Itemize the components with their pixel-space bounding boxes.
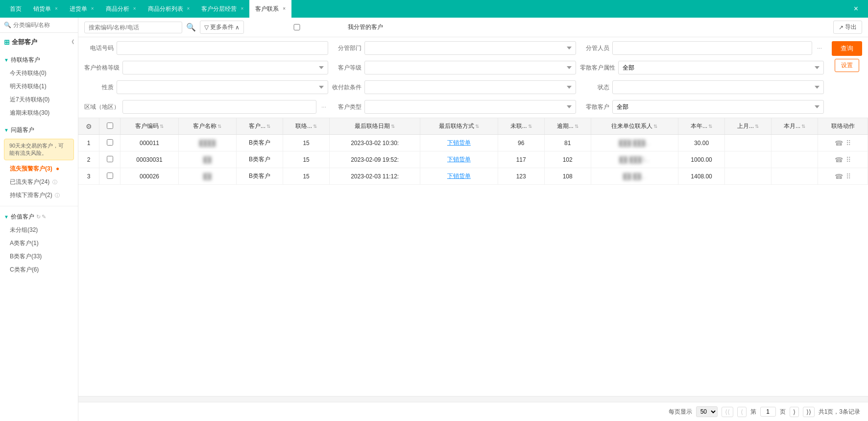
row2-more-icon[interactable]: ⠿ [846,156,851,164]
column-overdue[interactable]: 逾期...⇅ [544,118,591,135]
prev-page-button[interactable]: ⟨ [737,407,747,417]
gender-select[interactable] [117,80,328,94]
sidebar-item-classA[interactable]: A类客户(1) [0,237,78,250]
nav-goods-analysis[interactable]: 商品分析 × [100,0,142,18]
select-all-checkbox[interactable] [107,123,113,129]
nav-customer-contact[interactable]: 客户联系 × [249,0,291,18]
filter-payment-field: 收付款条件 [332,80,576,94]
sidebar-item-classB[interactable]: B类客户(33) [0,250,78,263]
nav-purchase[interactable]: 进货单 × [64,0,100,18]
last-page-button[interactable]: ⟩⟩ [803,407,815,417]
my-customers-checkbox-label[interactable]: 我分管的客户 [248,23,383,31]
manager-more-icon[interactable]: ··· [815,45,824,51]
row1-last-date: 2023-03-02 10:30: [330,135,420,151]
sidebar-search-input[interactable] [13,22,78,28]
nav-goods-analysis-close[interactable]: × [133,0,136,18]
nav-customer-tier-close[interactable]: × [241,0,243,18]
sidebar-item-churned[interactable]: 已流失客户(24) ⓘ [0,175,78,189]
export-button[interactable]: ↗ 导出 [833,21,862,34]
column-checkbox[interactable] [99,118,121,135]
app-close-button[interactable]: × [848,4,864,13]
sidebar-item-7days[interactable]: 近7天待联络(0) [0,93,78,106]
customer-type-select[interactable] [364,100,576,114]
row3-last-method[interactable]: 下销货单 [420,168,498,185]
column-contacts[interactable]: 往来单位联系人⇅ [591,118,678,135]
sidebar-item-today[interactable]: 今天待联络(0) [0,67,78,80]
sidebar-item-declining[interactable]: 持续下滑客户(2) ⓘ [0,189,78,202]
pending-contact-header[interactable]: ▼ 待联络客户 [0,53,78,67]
column-this-month[interactable]: 本月...⇅ [772,118,818,135]
region-label: 区域（地区） [84,103,120,111]
phone-input[interactable] [117,41,328,55]
settings-button[interactable]: 设置 [835,59,859,72]
query-button[interactable]: 查询 [832,41,862,56]
filter-price-level-field: 客户价格等级 [84,61,328,74]
more-conditions-btn[interactable]: ▽ 更多条件 ∧ [200,21,244,34]
row2-last-method[interactable]: 下销货单 [420,151,498,168]
row1-more-icon[interactable]: ⠿ [846,139,851,147]
region-input[interactable] [122,100,316,114]
horizontal-scrollbar[interactable] [78,396,868,402]
column-this-year[interactable]: 本年...⇅ [678,118,725,135]
first-page-button[interactable]: ⟨⟨ [722,407,733,417]
my-customers-checkbox[interactable] [248,24,346,30]
value-customers-header[interactable]: ▼ 价值客户 ↻ ✎ [0,210,78,223]
row3-more-icon[interactable]: ⠿ [846,173,851,180]
value-refresh-icon[interactable]: ↻ [36,214,41,220]
price-level-select[interactable] [122,61,328,74]
nav-goods-analysis-list[interactable]: 商品分析列表 × [142,0,196,18]
row3-contact-icon[interactable]: ☎ [835,173,843,180]
declining-info-icon: ⓘ [55,193,60,198]
problem-customers-header[interactable]: ▼ 问题客户 [0,124,78,137]
column-last-method[interactable]: 最后联络方式⇅ [420,118,498,135]
next-page-button[interactable]: ⟩ [790,407,799,417]
column-last-date[interactable]: 最后联络日期⇅ [330,118,420,135]
customer-level-select[interactable] [364,61,576,74]
column-not-contacted[interactable]: 未联...⇅ [498,118,544,135]
sidebar-value-customers: ▼ 价值客户 ↻ ✎ 未分组(32) A类客户(1) B类客户(33) C类客户… [0,208,78,278]
value-edit-icon[interactable]: ✎ [42,214,46,220]
manager-input[interactable] [612,41,812,55]
column-last-month[interactable]: 上月...⇅ [725,118,772,135]
nav-customer-tier[interactable]: 客户分层经营 × [195,0,249,18]
nav-goods-analysis-list-close[interactable]: × [187,0,190,18]
row2-contact-count: 15 [283,151,330,168]
nav-home[interactable]: 首页 [4,0,27,18]
sidebar-item-churn-warning[interactable]: 流失预警客户(3) ● [0,162,78,175]
gear-icon[interactable]: ⚙ [86,123,92,130]
sidebar-item-overdue[interactable]: 逾期未联络(30) [0,106,78,120]
status-label: 状态 [580,83,609,92]
row1-contact-icon[interactable]: ☎ [835,139,843,147]
sidebar-item-tomorrow[interactable]: 明天待联络(1) [0,80,78,93]
row2-num: 2 [78,151,99,168]
nav-goods-analysis-list-label: 商品分析列表 [148,0,183,18]
sidebar-all-customers[interactable]: ⊞ 全部客户 《 [0,35,78,50]
column-gear[interactable]: ⚙ [78,118,99,135]
row2-contact-icon[interactable]: ☎ [835,156,843,164]
status-select[interactable] [612,80,824,94]
search-input[interactable] [84,22,182,33]
column-contact-count[interactable]: 联络...⇅ [283,118,330,135]
payment-select[interactable] [364,80,576,94]
content-area: 🔍 ▽ 更多条件 ∧ 我分管的客户 ↗ 导出 [78,18,868,421]
row2-checkbox[interactable] [99,151,121,168]
row1-checkbox[interactable] [99,135,121,151]
row1-last-method[interactable]: 下销货单 [420,135,498,151]
nav-sales[interactable]: 销货单 × [27,0,64,18]
sidebar-item-unclassified[interactable]: 未分组(32) [0,223,78,237]
retail-select[interactable]: 全部 [612,100,824,114]
retail-attr-select[interactable]: 全部 [618,61,824,74]
per-page-select[interactable]: 50 [696,406,718,417]
sidebar-item-classC[interactable]: C类客户(6) [0,263,78,276]
column-code[interactable]: 客户编码⇅ [121,118,178,135]
nav-sales-close[interactable]: × [55,0,58,18]
nav-customer-contact-close[interactable]: × [283,0,286,18]
column-name[interactable]: 客户名称⇅ [178,118,236,135]
search-button[interactable]: 🔍 [186,23,196,32]
page-input[interactable] [760,407,776,417]
nav-purchase-close[interactable]: × [91,0,94,18]
dept-select[interactable] [364,41,576,55]
row3-checkbox[interactable] [99,168,121,185]
region-more-icon[interactable]: ··· [319,103,328,110]
column-level[interactable]: 客户...⇅ [237,118,283,135]
